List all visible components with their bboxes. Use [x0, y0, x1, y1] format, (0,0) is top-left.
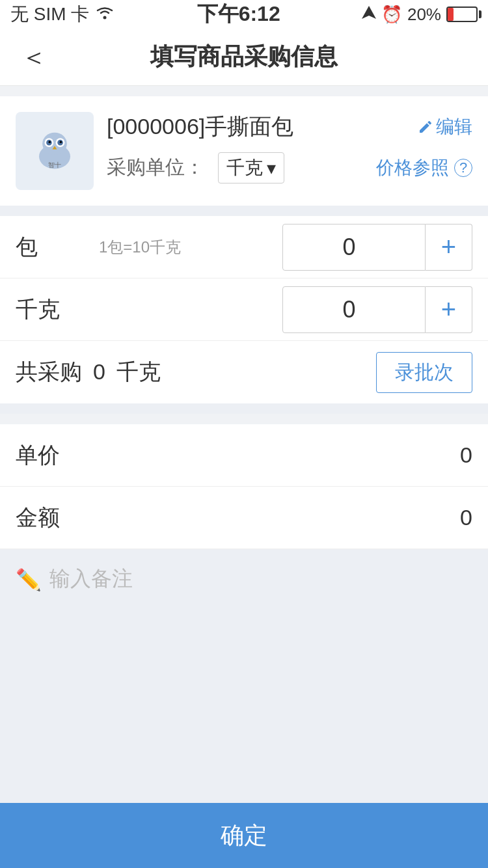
kilogram-label: 千克	[16, 295, 94, 325]
kilogram-plus-button[interactable]: +	[426, 286, 472, 333]
status-time: 下午6:12	[197, 0, 280, 29]
total-unit: 千克	[116, 359, 161, 384]
price-label: 单价	[16, 441, 60, 470]
back-button[interactable]: ＜	[16, 34, 52, 80]
batch-button[interactable]: 录批次	[376, 352, 472, 393]
info-section: 单价 0 金额 0	[0, 424, 488, 549]
package-input-row: 包 1包=10千克 +	[0, 216, 488, 278]
section-divider-1	[0, 206, 488, 216]
kilogram-input-row: 千克 +	[0, 278, 488, 341]
amount-label: 金额	[16, 503, 60, 533]
unit-selector: 采购单位： 千克 ▾	[107, 152, 284, 183]
alarm-icon: ⏰	[381, 5, 402, 25]
pencil-icon: ✏️	[16, 567, 42, 592]
kilogram-controls: +	[282, 286, 472, 333]
package-label: 包	[16, 232, 94, 262]
status-right: ⏰ 20%	[362, 5, 478, 25]
product-card: 智十 [0000006]手撕面包 编辑 采购单位： 千克 ▾ 价格参照	[0, 96, 488, 206]
remark-placeholder: 输入备注	[49, 565, 133, 593]
remark-section[interactable]: ✏️ 输入备注	[0, 549, 488, 679]
section-divider-2	[0, 403, 488, 414]
price-reference[interactable]: 价格参照 ?	[376, 156, 472, 180]
nav-bar: ＜ 填写商品采购信息	[0, 29, 488, 86]
package-quantity-input[interactable]	[282, 224, 426, 271]
total-amount: 0	[93, 359, 105, 384]
price-ref-help-icon: ?	[454, 159, 472, 177]
package-plus-button[interactable]: +	[426, 224, 472, 271]
product-image: 智十	[16, 112, 94, 190]
location-icon	[362, 5, 376, 25]
edit-icon	[418, 119, 433, 135]
product-header: [0000006]手撕面包 编辑	[107, 112, 472, 142]
total-prefix: 共采购	[16, 359, 82, 384]
product-info: [0000006]手撕面包 编辑 采购单位： 千克 ▾ 价格参照 ?	[107, 112, 472, 183]
confirm-button-label: 确定	[221, 820, 267, 852]
product-thumbnail: 智十	[29, 131, 81, 170]
battery-indicator	[446, 7, 478, 22]
kilogram-quantity-input[interactable]	[282, 286, 426, 333]
product-name: [0000006]手撕面包	[107, 112, 293, 142]
battery-percent: 20%	[407, 5, 441, 25]
svg-marker-1	[362, 6, 376, 19]
input-section: 包 1包=10千克 + 千克 + 共采购 0 千克 录批次	[0, 216, 488, 403]
status-left: 无 SIM 卡	[10, 2, 115, 27]
svg-text:智十: 智十	[48, 161, 61, 169]
price-row: 单价 0	[0, 424, 488, 487]
wifi-icon	[94, 4, 115, 25]
total-row: 共采购 0 千克 录批次	[0, 341, 488, 403]
unit-label: 采购单位：	[107, 156, 204, 178]
amount-value: 0	[460, 505, 472, 530]
svg-point-9	[60, 141, 62, 143]
status-bar: 无 SIM 卡 下午6:12 ⏰ 20%	[0, 0, 488, 29]
total-text: 共采购 0 千克	[16, 357, 161, 387]
product-unit-row: 采购单位： 千克 ▾ 价格参照 ?	[107, 152, 472, 183]
amount-row: 金额 0	[0, 487, 488, 549]
price-value: 0	[460, 442, 472, 468]
unit-value: 千克	[226, 156, 263, 180]
svg-point-0	[103, 16, 107, 20]
dropdown-chevron-icon: ▾	[267, 157, 276, 179]
confirm-bar[interactable]: 确定	[0, 803, 488, 868]
edit-link[interactable]: 编辑	[418, 115, 472, 139]
package-controls: +	[282, 224, 472, 271]
sim-signal: 无 SIM 卡	[10, 2, 89, 27]
unit-select-dropdown[interactable]: 千克 ▾	[218, 152, 284, 183]
package-sublabel: 1包=10千克	[99, 237, 181, 258]
page-title: 填写商品采购信息	[150, 41, 338, 73]
svg-point-8	[49, 141, 51, 143]
